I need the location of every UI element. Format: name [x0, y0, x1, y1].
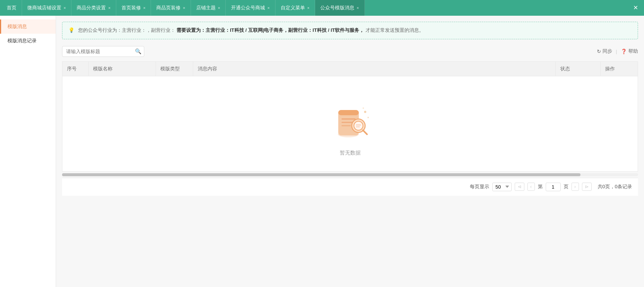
svg-point-11 [364, 111, 366, 113]
tab-shop-theme-label: 店铺主题 [196, 4, 216, 11]
sync-button[interactable]: ↻ 同步 [597, 48, 612, 55]
tab-home-decor-close[interactable]: × [143, 6, 145, 10]
prev-page-button[interactable]: ‹ [527, 183, 535, 191]
page-label: 第 [538, 183, 543, 190]
tab-shop-settings[interactable]: 微商城店铺设置 × [22, 0, 71, 16]
tab-shop-settings-close[interactable]: × [64, 6, 66, 10]
tab-product-decor-close[interactable]: × [183, 6, 185, 10]
table-header-row: 序号 模版名称 模版类型 消息内容 状态 [62, 61, 638, 76]
sync-label: 同步 [603, 48, 612, 55]
notice-prefix: 您的公众号行业为：主营行业：，副营行业： [78, 27, 175, 33]
tab-bar: 首页 微商城店铺设置 × 商品分类设置 × 首页装修 × 商品页装修 × 店铺主… [0, 0, 644, 16]
tab-template-msg-label: 公众号模版消息 [320, 4, 354, 11]
page-size-label: 每页显示 [470, 183, 489, 190]
page-input[interactable] [546, 183, 561, 191]
data-table: 序号 模版名称 模版类型 消息内容 状态 [62, 61, 638, 172]
help-button[interactable]: ❓ 帮助 [621, 48, 638, 55]
svg-point-12 [367, 117, 369, 118]
col-type: 模版类型 [156, 61, 193, 76]
tab-home[interactable]: 首页 [1, 0, 22, 16]
search-bar: 🔍 ↻ 同步 | ❓ 帮助 [62, 46, 638, 57]
empty-text: 暂无数据 [340, 150, 361, 156]
page-unit: 页 [564, 183, 568, 190]
sidebar-item-template-msg-label: 模版消息 [7, 24, 27, 29]
horizontal-scrollbar[interactable] [62, 173, 638, 176]
search-input[interactable] [62, 46, 144, 57]
toolbar-divider: | [616, 49, 617, 54]
pagination-bar: 每页显示 10 20 50 100 ⊲ ‹ 第 页 › ⊳ 共0页，0条记录 [62, 178, 638, 196]
empty-illustration [328, 99, 373, 144]
notice-banner: 💡 您的公众号行业为：主营行业：，副营行业： 需要设置为：主营行业：IT科技 /… [62, 22, 638, 39]
col-content: 消息内容 [193, 61, 556, 76]
tab-custom-menu-close[interactable]: × [307, 6, 309, 10]
sidebar: 模版消息 模版消息记录 [0, 16, 56, 287]
search-icon: 🔍 [135, 48, 141, 54]
sidebar-item-template-msg[interactable]: 模版消息 [0, 19, 56, 34]
window-close-button[interactable]: ✕ [629, 0, 643, 16]
svg-rect-2 [338, 110, 359, 115]
sidebar-item-template-record[interactable]: 模版消息记录 [0, 34, 56, 48]
notice-highlight: 需要设置为：主营行业：IT科技 / 互联网|电子商务，副营行业：IT科技 / I… [176, 27, 364, 33]
col-index: 序号 [62, 61, 89, 76]
col-status: 状态 [556, 61, 601, 76]
tab-open-mall[interactable]: 开通公众号商城 × [226, 0, 275, 16]
col-action: 操作 [601, 61, 638, 76]
tab-template-msg-close[interactable]: × [357, 6, 359, 10]
notice-suffix: 才能正常发送预置的消息。 [366, 27, 424, 33]
empty-state: 暂无数据 [62, 76, 638, 171]
help-icon: ❓ [621, 49, 627, 54]
tab-product-category-label: 商品分类设置 [77, 4, 106, 11]
content-area: 💡 您的公众号行业为：主营行业：，副营行业： 需要设置为：主营行业：IT科技 /… [56, 16, 644, 287]
tab-product-decor[interactable]: 商品页装修 × [151, 0, 191, 16]
tab-home-label: 首页 [7, 4, 16, 11]
tab-open-mall-label: 开通公众号商城 [231, 4, 265, 11]
scrollbar-thumb[interactable] [62, 173, 580, 176]
help-label: 帮助 [628, 48, 638, 55]
svg-point-7 [354, 121, 363, 130]
sidebar-item-template-record-label: 模版消息记录 [7, 38, 37, 43]
toolbar-right: ↻ 同步 | ❓ 帮助 [597, 48, 638, 55]
search-button[interactable]: 🔍 [135, 48, 141, 54]
col-name: 模版名称 [89, 61, 156, 76]
sync-icon: ↻ [597, 49, 601, 54]
tab-template-msg[interactable]: 公众号模版消息 × [315, 0, 364, 16]
notice-icon: 💡 [68, 27, 74, 33]
tab-open-mall-close[interactable]: × [267, 6, 269, 10]
table-container: 序号 模版名称 模版类型 消息内容 状态 [62, 61, 638, 178]
main-layout: 模版消息 模版消息记录 💡 您的公众号行业为：主营行业：，副营行业： 需要设置为… [0, 16, 644, 287]
search-input-wrap: 🔍 [62, 46, 144, 57]
tab-custom-menu-label: 自定义菜单 [281, 4, 305, 11]
tab-home-decor-label: 首页装修 [121, 4, 141, 11]
tab-product-category[interactable]: 商品分类设置 × [71, 0, 116, 16]
empty-state-row: 暂无数据 [62, 76, 638, 171]
tab-home-decor[interactable]: 首页装修 × [116, 0, 151, 16]
total-info: 共0页，0条记录 [598, 183, 632, 190]
svg-line-8 [363, 130, 367, 134]
tab-product-category-close[interactable]: × [108, 6, 110, 10]
tab-product-decor-label: 商品页装修 [156, 4, 181, 11]
tab-custom-menu[interactable]: 自定义菜单 × [275, 0, 315, 16]
last-page-button[interactable]: ⊳ [582, 183, 592, 191]
next-page-button[interactable]: › [571, 183, 579, 191]
svg-point-13 [363, 107, 364, 109]
first-page-button[interactable]: ⊲ [515, 183, 524, 191]
tab-shop-settings-label: 微商城店铺设置 [27, 4, 61, 11]
table-body: 暂无数据 [62, 76, 638, 171]
page-size-select[interactable]: 10 20 50 100 [492, 183, 512, 191]
tab-shop-theme-close[interactable]: × [218, 6, 220, 10]
tab-shop-theme[interactable]: 店铺主题 × [191, 0, 226, 16]
